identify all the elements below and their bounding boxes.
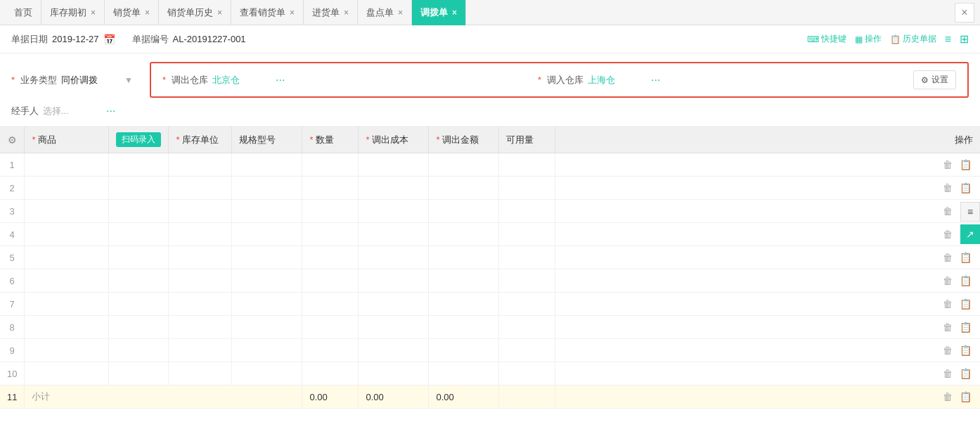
unit-cell[interactable] — [109, 316, 169, 339]
product-cell[interactable] — [25, 246, 109, 269]
delete-icon[interactable]: 🗑 — [941, 250, 954, 265]
transfer-cost-cell[interactable] — [302, 153, 359, 177]
business-type-value[interactable]: 同价调拨 — [61, 74, 117, 87]
spec-cell[interactable] — [169, 269, 232, 293]
product-cell[interactable] — [25, 200, 109, 223]
spec-cell[interactable] — [169, 223, 232, 246]
close-icon-active[interactable]: × — [452, 8, 457, 18]
close-icon[interactable]: × — [145, 8, 150, 18]
transfer-amount-cell[interactable] — [359, 269, 429, 293]
delete-icon[interactable]: 🗑 — [941, 204, 954, 218]
transfer-cost-cell[interactable] — [302, 316, 359, 339]
handler-placeholder[interactable]: 选择... — [43, 105, 99, 117]
side-list-button[interactable]: ≡ — [960, 202, 980, 222]
delete-icon[interactable]: 🗑 — [941, 343, 954, 357]
transfer-amount-cell[interactable] — [359, 293, 429, 316]
tab-home[interactable]: 首页 — [6, 0, 41, 25]
tab-sales-history[interactable]: 销货单历史 × — [159, 0, 231, 25]
unit-cell[interactable] — [109, 362, 169, 386]
spec-cell[interactable] — [169, 153, 232, 177]
quantity-cell[interactable] — [232, 246, 302, 269]
transfer-amount-cell[interactable] — [359, 177, 429, 200]
unit-cell[interactable] — [109, 223, 169, 246]
unit-cell[interactable] — [109, 339, 169, 362]
transfer-cost-cell[interactable] — [302, 246, 359, 269]
dropdown-icon[interactable]: ▼ — [124, 75, 133, 85]
available-cell[interactable] — [429, 269, 499, 293]
copy-icon[interactable]: 📋 — [958, 320, 973, 334]
quantity-cell[interactable] — [232, 269, 302, 293]
close-icon[interactable]: × — [290, 8, 295, 18]
available-cell[interactable] — [429, 223, 499, 246]
available-cell[interactable] — [429, 316, 499, 339]
unit-cell[interactable] — [109, 246, 169, 269]
source-warehouse-value[interactable]: 北京仓 — [212, 74, 269, 87]
tab-inventory-init[interactable]: 库存期初 × — [41, 0, 105, 25]
spec-cell[interactable] — [169, 362, 232, 386]
product-cell[interactable] — [25, 177, 109, 200]
quantity-cell[interactable] — [232, 223, 302, 246]
unit-cell[interactable] — [109, 153, 169, 177]
available-cell[interactable] — [429, 293, 499, 316]
quantity-cell[interactable] — [232, 362, 302, 386]
delete-icon[interactable]: 🗑 — [941, 367, 954, 381]
available-cell[interactable] — [429, 339, 499, 362]
transfer-cost-cell[interactable] — [302, 339, 359, 362]
copy-icon[interactable]: 📋 — [958, 367, 973, 381]
transfer-amount-cell[interactable] — [359, 362, 429, 386]
scan-button[interactable]: 扫码录入 — [116, 132, 161, 147]
transfer-amount-cell[interactable] — [359, 316, 429, 339]
transfer-amount-cell[interactable] — [359, 223, 429, 246]
source-warehouse-more[interactable]: ··· — [276, 74, 285, 87]
grid-view-button[interactable]: ⊞ — [960, 32, 969, 46]
transfer-cost-cell[interactable] — [302, 223, 359, 246]
quantity-cell[interactable] — [232, 293, 302, 316]
close-icon[interactable]: × — [398, 8, 403, 18]
transfer-cost-cell[interactable] — [302, 362, 359, 386]
copy-icon[interactable]: 📋 — [958, 274, 973, 288]
available-cell[interactable] — [429, 153, 499, 177]
delete-icon[interactable]: 🗑 — [941, 297, 954, 311]
product-cell[interactable] — [25, 316, 109, 339]
operations-button[interactable]: ▦ 操作 — [855, 33, 882, 45]
copy-icon[interactable]: 📋 — [958, 158, 973, 172]
close-icon[interactable]: × — [217, 8, 222, 18]
unit-cell[interactable] — [109, 293, 169, 316]
tab-view-sales[interactable]: 查看销货单 × — [231, 0, 304, 25]
available-cell[interactable] — [429, 362, 499, 386]
spec-cell[interactable] — [169, 177, 232, 200]
transfer-cost-cell[interactable] — [302, 177, 359, 200]
transfer-cost-cell[interactable] — [302, 200, 359, 223]
tab-sales-order[interactable]: 销货单 × — [105, 0, 159, 25]
unit-cell[interactable] — [109, 200, 169, 223]
copy-icon[interactable]: 📋 — [958, 343, 973, 357]
close-icon[interactable]: × — [344, 8, 349, 18]
table-settings-icon[interactable]: ⚙ — [8, 134, 17, 146]
delete-icon[interactable]: 🗑 — [941, 274, 954, 288]
shortcuts-button[interactable]: ⌨ 快捷键 — [807, 33, 846, 45]
settings-button[interactable]: ⚙ 设置 — [913, 70, 956, 89]
side-export-button[interactable]: ↗ — [960, 224, 980, 244]
transfer-cost-cell[interactable] — [302, 269, 359, 293]
available-cell[interactable] — [429, 246, 499, 269]
quantity-cell[interactable] — [232, 200, 302, 223]
window-close-button[interactable]: × — [955, 3, 974, 23]
transfer-amount-cell[interactable] — [359, 246, 429, 269]
tab-transfer-order[interactable]: 调拨单 × — [412, 0, 466, 25]
delete-icon[interactable]: 🗑 — [941, 390, 954, 404]
product-cell[interactable] — [25, 223, 109, 246]
delete-icon[interactable]: 🗑 — [941, 320, 954, 334]
quantity-cell[interactable] — [232, 339, 302, 362]
product-cell[interactable] — [25, 362, 109, 386]
delete-icon[interactable]: 🗑 — [941, 158, 954, 172]
spec-cell[interactable] — [169, 339, 232, 362]
history-button[interactable]: 📋 历史单据 — [890, 33, 936, 45]
delete-icon[interactable]: 🗑 — [941, 227, 954, 241]
spec-cell[interactable] — [169, 316, 232, 339]
transfer-amount-cell[interactable] — [359, 200, 429, 223]
handler-more[interactable]: ··· — [106, 105, 115, 117]
target-warehouse-more[interactable]: ··· — [651, 74, 660, 87]
available-cell[interactable] — [429, 177, 499, 200]
copy-icon[interactable]: 📋 — [958, 390, 973, 404]
product-cell[interactable] — [25, 293, 109, 316]
